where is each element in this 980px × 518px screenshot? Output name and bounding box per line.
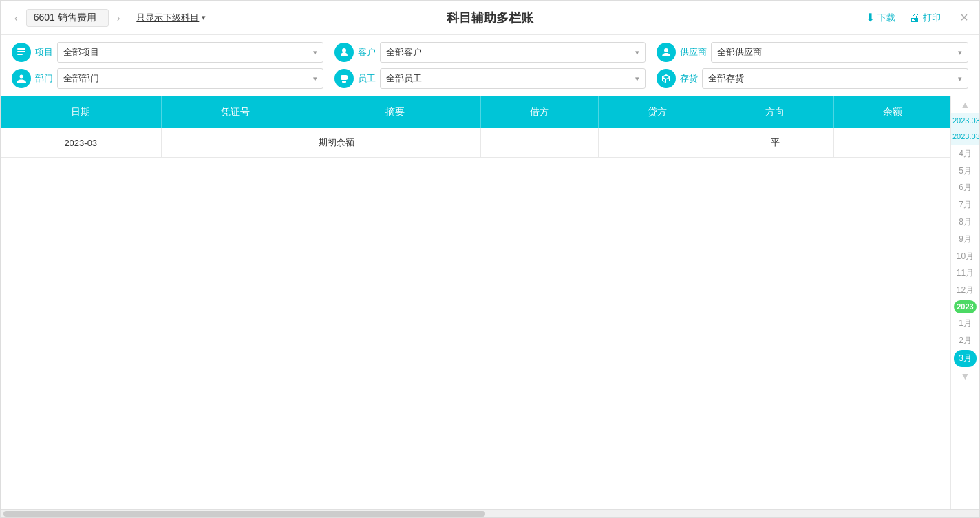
- project-select[interactable]: 全部项目 ▾: [57, 42, 323, 63]
- employee-filter-item: 员工 全部员工 ▾: [334, 68, 646, 89]
- table-cell-4: [599, 128, 716, 158]
- employee-select-value: 全部员工: [386, 72, 422, 85]
- svg-rect-2: [17, 54, 23, 55]
- col-direction: 方向: [716, 96, 834, 128]
- supplier-select[interactable]: 全部供应商 ▾: [711, 42, 968, 63]
- col-balance: 余额: [834, 96, 950, 128]
- employee-chevron: ▾: [635, 74, 639, 83]
- dept-select[interactable]: 全部部门 ▾: [57, 68, 323, 89]
- table-header-row: 日期 凭证号 摘要 借方 贷方 方向 余额: [1, 96, 950, 128]
- customer-filter-item: 客户 全部客户 ▾: [334, 42, 646, 63]
- page-title: 科目辅助多栏账: [447, 10, 533, 26]
- timeline-7[interactable]: 7月: [951, 196, 979, 214]
- show-sub-label: 只显示下级科目: [136, 12, 199, 24]
- supplier-chevron: ▾: [958, 48, 962, 57]
- table-cell-2: 期初余额: [310, 128, 480, 158]
- download-icon: ⬇: [866, 11, 875, 24]
- timeline-8[interactable]: 8月: [951, 214, 979, 231]
- employee-icon: [334, 69, 354, 88]
- timeline-5[interactable]: 5月: [951, 163, 979, 180]
- project-filter-item: 项目 全部项目 ▾: [12, 42, 323, 63]
- col-summary: 摘要: [310, 96, 480, 128]
- customer-label: 客户: [358, 46, 376, 59]
- supplier-select-value: 全部供应商: [717, 46, 762, 59]
- print-button[interactable]: 🖨 打印: [909, 12, 941, 24]
- print-icon: 🖨: [909, 12, 920, 24]
- timeline-year-2023[interactable]: 2023: [954, 300, 977, 313]
- timeline-11[interactable]: 11月: [951, 265, 979, 282]
- filter-bar: 项目 全部项目 ▾ 客户 全部客户 ▾: [1, 35, 979, 96]
- timeline-down-arrow[interactable]: ▼: [951, 368, 979, 384]
- nav-prev-button[interactable]: ‹: [12, 11, 21, 25]
- project-select-value: 全部项目: [63, 46, 99, 59]
- table-cell-3: [481, 128, 599, 158]
- horizontal-scrollbar[interactable]: [1, 509, 979, 517]
- show-sub-chevron: ▾: [202, 13, 206, 22]
- svg-point-3: [664, 48, 668, 52]
- timeline-2023-03-range-bottom[interactable]: 2023.03: [951, 129, 979, 145]
- filter-row-2: 部门 全部部门 ▾ 员工 全部员工 ▾: [12, 68, 968, 89]
- customer-icon: [334, 43, 354, 62]
- timeline-2023-03-range-top[interactable]: 2023.03: [951, 113, 979, 129]
- dept-icon: [12, 69, 31, 88]
- col-credit: 贷方: [599, 96, 716, 128]
- inventory-icon: [657, 69, 676, 88]
- timeline-4[interactable]: 4月: [951, 145, 979, 163]
- download-button[interactable]: ⬇ 下载: [866, 11, 895, 24]
- ledger-table: 日期 凭证号 摘要 借方 贷方 方向 余额 2023-03期初余额平: [1, 96, 950, 158]
- nav-next-button[interactable]: ›: [114, 11, 123, 25]
- supplier-label: 供应商: [680, 46, 707, 59]
- inventory-filter-item: 存货 全部存货 ▾: [657, 68, 968, 89]
- customer-select[interactable]: 全部客户 ▾: [380, 42, 646, 63]
- timeline-12[interactable]: 12月: [951, 282, 979, 299]
- supplier-icon: [657, 43, 676, 62]
- project-icon: [12, 43, 31, 62]
- svg-point-4: [20, 75, 23, 79]
- close-button[interactable]: ×: [960, 10, 968, 25]
- h-scroll-thumb[interactable]: [3, 511, 485, 517]
- svg-rect-6: [342, 81, 346, 83]
- timeline-up-arrow[interactable]: ▲: [951, 96, 979, 113]
- side-timeline: ▲ 2023.03 2023.03 4月 5月 6月 7月 8月 9月 10月 …: [950, 96, 979, 509]
- svg-rect-1: [17, 51, 25, 52]
- dept-chevron: ▾: [313, 74, 317, 83]
- titlebar-actions: ⬇ 下载 🖨 打印 ×: [866, 10, 968, 25]
- timeline-2[interactable]: 2月: [951, 332, 979, 349]
- timeline-1[interactable]: 1月: [951, 315, 979, 332]
- employee-label: 员工: [358, 72, 376, 85]
- svg-rect-0: [17, 48, 25, 50]
- inventory-chevron: ▾: [958, 74, 962, 83]
- print-label: 打印: [923, 12, 941, 24]
- project-chevron: ▾: [313, 48, 317, 57]
- titlebar-left: ‹ 6601 销售费用 › 只显示下级科目 ▾: [12, 9, 206, 27]
- account-code-display[interactable]: 6601 销售费用: [26, 9, 109, 27]
- timeline-9[interactable]: 9月: [951, 231, 979, 248]
- employee-select[interactable]: 全部员工 ▾: [380, 68, 646, 89]
- filter-row-1: 项目 全部项目 ▾ 客户 全部客户 ▾: [12, 42, 968, 63]
- inventory-select-value: 全部存货: [708, 72, 744, 85]
- supplier-filter-item: 供应商 全部供应商 ▾: [657, 42, 968, 63]
- table-container: 日期 凭证号 摘要 借方 贷方 方向 余额 2023-03期初余额平 ▲ 202…: [1, 96, 979, 509]
- table-cell-6: [834, 128, 950, 158]
- timeline-6[interactable]: 6月: [951, 179, 979, 196]
- timeline-10[interactable]: 10月: [951, 248, 979, 265]
- inventory-select[interactable]: 全部存货 ▾: [702, 68, 968, 89]
- col-voucher: 凭证号: [161, 96, 310, 128]
- table-row[interactable]: 2023-03期初余额平: [1, 128, 950, 158]
- dept-filter-item: 部门 全部部门 ▾: [12, 68, 323, 89]
- inventory-label: 存货: [680, 72, 698, 85]
- dept-select-value: 全部部门: [63, 72, 99, 85]
- svg-rect-5: [341, 75, 348, 80]
- table-cell-1: [161, 128, 310, 158]
- col-date: 日期: [1, 96, 161, 128]
- table-cell-5: 平: [716, 128, 834, 158]
- download-label: 下载: [877, 12, 895, 24]
- customer-select-value: 全部客户: [386, 46, 422, 59]
- table-wrapper[interactable]: 日期 凭证号 摘要 借方 贷方 方向 余额 2023-03期初余额平: [1, 96, 950, 509]
- main-window: ‹ 6601 销售费用 › 只显示下级科目 ▾ 科目辅助多栏账 ⬇ 下载 🖨 打…: [0, 0, 980, 518]
- timeline-3-active[interactable]: 3月: [954, 350, 977, 367]
- customer-chevron: ▾: [635, 48, 639, 57]
- col-debit: 借方: [481, 96, 599, 128]
- dept-label: 部门: [35, 72, 53, 85]
- show-sub-toggle[interactable]: 只显示下级科目 ▾: [136, 12, 206, 24]
